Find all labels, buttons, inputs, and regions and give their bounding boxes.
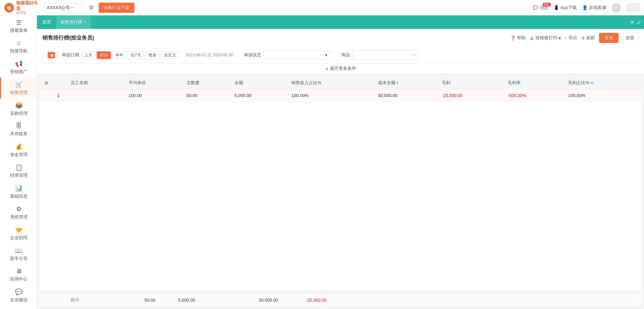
sidebar-item-apps[interactable]: 🖥 应用中心 bbox=[0, 264, 37, 285]
date-range-display: 2023-06-01 至 2023-06-30 bbox=[186, 52, 233, 58]
home-icon: ⌂ bbox=[17, 40, 21, 47]
help-label: 帮助 bbox=[517, 35, 526, 41]
col-avg-price: 平均单价 bbox=[125, 76, 183, 90]
col-cost: 成本全额 ℹ bbox=[374, 76, 438, 90]
sidebar-item-basic-label: 基础信息 bbox=[10, 193, 28, 199]
date-filter-label: 单据日期 bbox=[62, 52, 79, 58]
logo-area: 畅 畅康通好生意 标准版 bbox=[4, 0, 41, 15]
online-service-item[interactable]: 👤 在线客服 bbox=[582, 5, 606, 11]
refresh-label: 刷新 bbox=[586, 35, 595, 41]
top-bar-left: 畅 畅康通好生意 标准版 XXXXX公司 ▾ ⚙ 体验行业方案 bbox=[4, 0, 533, 15]
sidebar-item-wechat-label: 企业微信 bbox=[10, 297, 28, 303]
export-button[interactable]: ↑ 导出 bbox=[565, 35, 577, 41]
cell-gross-rate: -500.00% bbox=[504, 90, 564, 102]
goods-select[interactable]: ··· bbox=[352, 50, 419, 60]
expand-row: ∨ 展开更多条件 bbox=[42, 63, 639, 73]
sidebar-item-finance[interactable]: 💰 资金管理 bbox=[0, 140, 37, 160]
print-button[interactable]: 🖨 按模板打印 ▾ bbox=[530, 35, 561, 41]
sidebar-item-collab[interactable]: 🤝 企业协同 bbox=[0, 223, 37, 244]
sidebar-item-operations-label: 经营管理 bbox=[10, 172, 28, 178]
date-btn-this-year[interactable]: 本年 bbox=[112, 51, 126, 59]
collapse-icon[interactable]: ◀ bbox=[48, 52, 55, 58]
settings-button[interactable]: 设置 bbox=[621, 33, 639, 43]
footer-qty: 50.00 bbox=[144, 298, 178, 303]
query-button[interactable]: 查询 bbox=[599, 33, 618, 43]
sidebar-item-inventory[interactable]: 🗄 库存核算 bbox=[0, 119, 37, 140]
avatar-extra[interactable] bbox=[627, 3, 640, 12]
date-range-text: 2023-06-01 至 2023-06-30 bbox=[186, 52, 233, 58]
message-badge: 99+ bbox=[543, 3, 551, 6]
sidebar-item-apps-label: 应用中心 bbox=[10, 276, 28, 282]
footer-gross: -25,000.00 bbox=[306, 298, 346, 303]
print-chevron-icon: ▾ bbox=[559, 36, 561, 41]
system-icon: ⚙ bbox=[16, 205, 22, 213]
message-item[interactable]: 💬 消息 99+ bbox=[533, 5, 548, 11]
refresh-button[interactable]: ↺ 刷新 bbox=[581, 35, 595, 41]
export-label: 导出 bbox=[568, 35, 577, 41]
app-download-item[interactable]: 📱 App下载 bbox=[554, 5, 577, 11]
tab-maximize-icon[interactable]: ⤢ bbox=[637, 19, 641, 25]
tab-home[interactable]: 首页 bbox=[37, 15, 56, 29]
gear-button[interactable]: ⚙ bbox=[87, 3, 96, 12]
apps-icon: 🖥 bbox=[16, 268, 22, 275]
sidebar-item-marketing[interactable]: 📢 营销推广 bbox=[0, 57, 37, 78]
date-btn-this-month[interactable]: 本月 bbox=[97, 51, 111, 59]
top-bar-right: 💬 消息 99+ 📱 App下载 👤 在线客服 bbox=[533, 3, 640, 12]
page-container: 销售排行榜(按业务员) ❓ 帮助 🖨 按模板打印 ▾ ↑ bbox=[37, 29, 644, 309]
refresh-icon: ↺ bbox=[581, 36, 585, 41]
svg-text:畅: 畅 bbox=[7, 5, 11, 10]
tab-sales-ranking-label: 销售排行榜 bbox=[60, 19, 82, 25]
sidebar-item-guide[interactable]: 📖 新手引导 bbox=[0, 244, 37, 264]
sidebar-item-purchase[interactable]: 📦 采购管理 bbox=[0, 98, 37, 119]
footer-cost: 30,000.00 bbox=[259, 298, 306, 303]
company-selector[interactable]: XXXXX公司 ▾ bbox=[44, 3, 84, 12]
goods-more-dots[interactable]: ··· bbox=[412, 52, 416, 58]
logo-sub: 标准版 bbox=[16, 11, 41, 15]
status-select[interactable]: ▾ bbox=[263, 51, 331, 59]
avatar[interactable] bbox=[612, 3, 621, 12]
print-label: 按模板打印 bbox=[535, 35, 557, 41]
col-gross-ratio: 毛利占比% ⚙ bbox=[564, 76, 641, 90]
table-row: 1 100.00 50.00 5,000.00 100.00% 30,000.0… bbox=[40, 90, 641, 102]
cell-gross-ratio: 100.00% bbox=[564, 90, 641, 102]
page-query-area: 查询 设置 bbox=[599, 33, 639, 43]
date-btn-custom[interactable]: 自定义 bbox=[161, 51, 179, 59]
sidebar-item-search[interactable]: ☰ 搜索菜单 bbox=[0, 15, 37, 36]
sidebar-item-member[interactable]: V 畅会员 bbox=[0, 306, 37, 309]
sidebar-item-operations[interactable]: 📋 经营管理 bbox=[0, 160, 37, 181]
date-btn-7days[interactable]: 近7天 bbox=[128, 51, 144, 59]
sidebar-item-basic[interactable]: 📊 基础信息 bbox=[0, 181, 37, 202]
main-layout: ☰ 搜索菜单 ⌂ 快捷导航 📢 营销推广 🛒 销售管理 📦 采购管理 🗄 库存核… bbox=[0, 15, 644, 309]
sidebar-item-marketing-label: 营销推广 bbox=[10, 69, 28, 75]
basic-icon: 📊 bbox=[15, 185, 23, 192]
sidebar-item-system[interactable]: ⚙ 系统管理 bbox=[0, 202, 37, 223]
help-button[interactable]: ❓ 帮助 bbox=[510, 35, 526, 41]
marketing-icon: 📢 bbox=[15, 60, 23, 67]
tab-sales-ranking[interactable]: 销售排行榜 × bbox=[56, 15, 91, 29]
cell-employee-name bbox=[67, 90, 125, 102]
sidebar-item-inventory-label: 库存核算 bbox=[10, 131, 28, 137]
expand-more-button[interactable]: ∨ 展开更多条件 bbox=[325, 65, 356, 71]
date-btn-more[interactable]: 更多 bbox=[145, 51, 160, 59]
tab-close-icon[interactable]: × bbox=[84, 20, 87, 24]
table-footer: 合计 50.00 5,000.00 30,000.00 -25,000.00 bbox=[40, 293, 641, 306]
sidebar-item-sales[interactable]: 🛒 销售管理 bbox=[0, 78, 37, 98]
status-filter-item: 单据状态 ▾ bbox=[244, 51, 331, 59]
table-header-row: ⚙ 员工名称 平均单价 主数量 全额 销售收入占比% 成本全额 ℹ 毛利 毛利率… bbox=[40, 76, 641, 90]
collapse-btn[interactable]: ◀ bbox=[48, 52, 55, 58]
col-settings[interactable]: ⚙ bbox=[40, 76, 53, 90]
top-bar: 畅 畅康通好生意 标准版 XXXXX公司 ▾ ⚙ 体验行业方案 💬 消息 99+… bbox=[0, 0, 644, 15]
sidebar-item-guide-label: 新手引导 bbox=[10, 256, 28, 262]
print-icon: 🖨 bbox=[530, 36, 534, 41]
tab-close-window-icon[interactable]: ✕ bbox=[630, 19, 634, 25]
sidebar-item-finance-label: 资金管理 bbox=[10, 152, 28, 158]
date-btn-last-month[interactable]: 上月 bbox=[81, 51, 95, 59]
sidebar-item-nav[interactable]: ⌂ 快捷导航 bbox=[0, 36, 37, 57]
message-icon: 💬 bbox=[533, 5, 538, 10]
sidebar-item-search-label: 搜索菜单 bbox=[10, 28, 28, 34]
sidebar-item-wechat[interactable]: 💬 企业微信 bbox=[0, 285, 37, 306]
page-title: 销售排行榜(按业务员) bbox=[42, 35, 94, 42]
status-select-chevron: ▾ bbox=[325, 53, 328, 58]
table-settings-icon[interactable]: ⚙ bbox=[44, 81, 48, 86]
trial-button[interactable]: 体验行业方案 bbox=[99, 3, 134, 13]
